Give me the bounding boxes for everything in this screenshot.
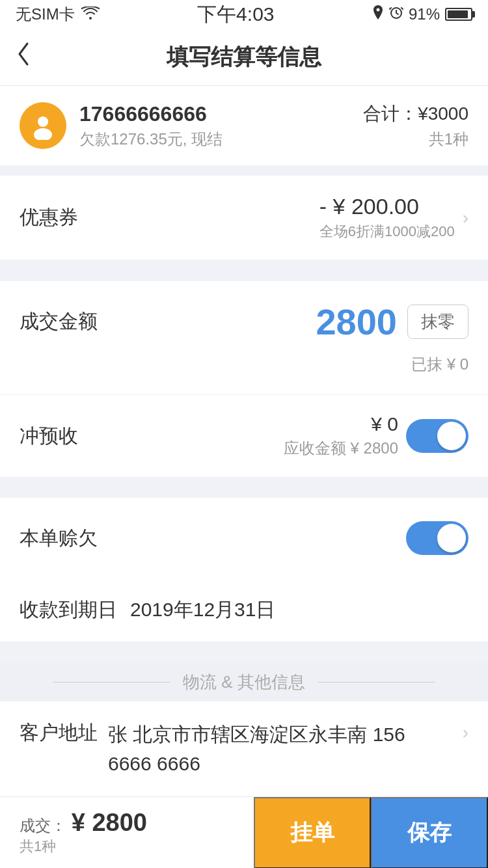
amount-sub-row: 已抹 ¥ 0: [20, 353, 468, 375]
battery-icon: [445, 8, 472, 21]
status-time: 下午4:03: [197, 1, 274, 28]
section-divider: 物流 & 其他信息: [0, 662, 488, 701]
user-info: 17666666666 欠款1276.35元, 现结: [79, 102, 223, 150]
address-row[interactable]: 客户地址 张 北京市市辖区海淀区永丰南 156 6666 6666 ›: [0, 701, 488, 796]
content-area: 17666666666 欠款1276.35元, 现结 合计：¥3000 共1种 …: [0, 86, 488, 868]
round-button[interactable]: 抹零: [407, 305, 468, 339]
back-button[interactable]: [16, 41, 31, 73]
total-value: ¥3000: [418, 103, 468, 124]
svg-point-2: [38, 116, 48, 127]
coupon-chevron-icon: ›: [463, 208, 468, 228]
coupon-value: - ¥ 200.00: [319, 194, 455, 219]
wifi-icon: [81, 5, 100, 23]
amount-section: 成交金额 2800 抹零 已抹 ¥ 0: [0, 281, 488, 394]
battery-text: 91%: [409, 5, 440, 23]
status-bar: 无SIM卡 下午4:03 91%: [0, 0, 488, 29]
date-row: 收款到期日 2019年12月31日: [0, 578, 488, 642]
divider-line-left: [53, 682, 170, 683]
amount-card: 成交金额 2800 抹零 已抹 ¥ 0 冲预收 ¥ 0 应收金额 ¥ 2800: [0, 281, 488, 477]
debit-row: 本单赊欠: [0, 498, 488, 578]
divider-text: 物流 & 其他信息: [183, 671, 305, 694]
alarm-icon: [389, 5, 403, 23]
prepaid-label: 冲预收: [20, 423, 78, 450]
coupon-label: 优惠券: [20, 204, 78, 231]
save-button[interactable]: 保存: [371, 797, 488, 869]
prepaid-toggle[interactable]: [406, 419, 468, 453]
nav-bar: 填写结算等信息: [0, 29, 488, 86]
coupon-subtext: 全场6折满1000减200: [319, 222, 455, 241]
coupon-row[interactable]: 优惠券 - ¥ 200.00 全场6折满1000减200 ›: [0, 176, 488, 260]
coupon-right: - ¥ 200.00 全场6折满1000减200 ›: [319, 194, 468, 241]
total-label-value: 合计：¥3000: [363, 102, 468, 126]
user-subtext: 欠款1276.35元, 现结: [79, 129, 223, 150]
amount-subtext: 已抹 ¥ 0: [411, 355, 468, 373]
page-title: 填写结算等信息: [167, 42, 321, 72]
prepaid-amount: ¥ 0: [284, 413, 398, 435]
toggle-knob: [437, 422, 466, 450]
total-count: 共1种: [363, 129, 468, 150]
debit-toggle[interactable]: [406, 521, 468, 555]
address-chevron-icon: ›: [463, 720, 468, 743]
total-label: 合计：: [363, 103, 418, 124]
prepaid-subtext: 应收金额 ¥ 2800: [284, 438, 398, 459]
amount-right: 2800 抹零: [316, 301, 468, 343]
prepaid-right: ¥ 0 应收金额 ¥ 2800: [284, 413, 468, 459]
amount-label: 成交金额: [20, 308, 98, 335]
hold-order-button[interactable]: 挂单: [254, 797, 371, 869]
footer-deal-label: 成交：: [20, 817, 66, 834]
footer-count: 共1种: [20, 837, 234, 856]
separator-1: [0, 271, 488, 281]
address-label: 客户地址: [20, 720, 98, 746]
footer-deal-amount: ¥ 2800: [72, 809, 147, 836]
divider-line-right: [318, 682, 435, 683]
separator-3: [0, 652, 488, 662]
coupon-info: - ¥ 200.00 全场6折满1000减200: [319, 194, 455, 241]
location-icon: [372, 5, 384, 23]
amount-row: 成交金额 2800 抹零: [20, 301, 468, 343]
user-row: 17666666666 欠款1276.35元, 现结 合计：¥3000 共1种: [0, 86, 488, 165]
amount-value: 2800: [316, 301, 397, 343]
address-card: 客户地址 张 北京市市辖区海淀区永丰南 156 6666 6666 ›: [0, 701, 488, 796]
footer-info: 成交： ¥ 2800 共1种: [0, 809, 254, 856]
debit-toggle-knob: [437, 524, 466, 552]
footer-deal: 成交： ¥ 2800: [20, 809, 234, 837]
user-phone: 17666666666: [79, 102, 223, 126]
address-value: 张 北京市市辖区海淀区永丰南 156 6666 6666: [108, 720, 452, 778]
debit-card: 本单赊欠 收款到期日 2019年12月31日: [0, 498, 488, 642]
footer: 成交： ¥ 2800 共1种 挂单 保存: [0, 796, 488, 868]
coupon-card: 优惠券 - ¥ 200.00 全场6折满1000减200 ›: [0, 176, 488, 260]
user-left: 17666666666 欠款1276.35元, 现结: [20, 102, 223, 150]
carrier-text: 无SIM卡: [16, 4, 75, 25]
user-right: 合计：¥3000 共1种: [363, 102, 468, 150]
due-date-label: 收款到期日: [20, 597, 117, 623]
prepaid-info: ¥ 0 应收金额 ¥ 2800: [284, 413, 398, 459]
status-left: 无SIM卡: [16, 4, 100, 25]
separator-2: [0, 487, 488, 498]
due-date-value: 2019年12月31日: [130, 597, 275, 623]
prepaid-row: 冲预收 ¥ 0 应收金额 ¥ 2800: [0, 394, 488, 477]
avatar: [20, 102, 66, 149]
user-card: 17666666666 欠款1276.35元, 现结 合计：¥3000 共1种: [0, 86, 488, 165]
debit-label: 本单赊欠: [20, 525, 98, 552]
status-right: 91%: [372, 5, 472, 23]
